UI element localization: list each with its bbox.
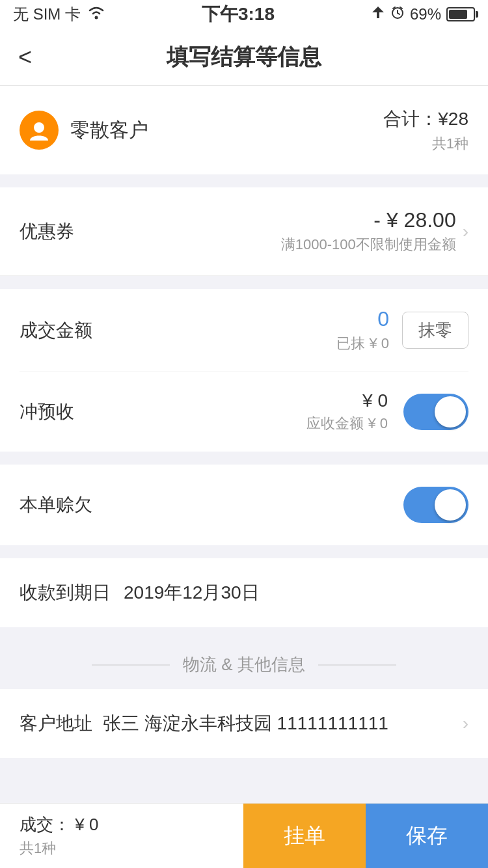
- credit-section: 本单赊欠: [0, 465, 488, 545]
- prepaid-row: 冲预收 ¥ 0 应收金额 ¥ 0: [20, 372, 468, 452]
- save-button-label: 保存: [406, 822, 448, 850]
- customer-row: 零散客户 合计：¥28 共1种: [0, 86, 488, 174]
- coupon-row[interactable]: 优惠券 - ¥ 28.00 满1000-100不限制使用金额 ›: [0, 187, 488, 276]
- carrier-text: 无 SIM 卡: [13, 4, 81, 25]
- prepaid-toggle[interactable]: [403, 394, 468, 430]
- coupon-right-col: - ¥ 28.00 满1000-100不限制使用金额: [281, 208, 456, 254]
- due-date-section: 收款到期日 2019年12月30日: [0, 558, 488, 627]
- prepaid-amount: ¥ 0: [306, 390, 388, 411]
- prepaid-sub: 应收金额 ¥ 0: [306, 414, 388, 433]
- back-button[interactable]: <: [18, 44, 32, 71]
- battery-icon: [446, 7, 475, 21]
- status-left: 无 SIM 卡: [13, 4, 105, 25]
- coupon-card: 优惠券 - ¥ 28.00 满1000-100不限制使用金额 ›: [0, 187, 488, 276]
- logistics-title-wrapper: 物流 & 其他信息: [183, 653, 305, 676]
- prepaid-right: ¥ 0 应收金额 ¥ 0: [306, 390, 468, 433]
- status-bar: 无 SIM 卡 下午3:18 69%: [0, 0, 488, 29]
- transaction-row: 成交金额 0 已抹 ¥ 0 抹零: [20, 289, 468, 372]
- address-section: 客户地址 张三 海淀永丰科技园 11111111111 ›: [0, 689, 488, 758]
- transaction-right: 0 已抹 ¥ 0 抹零: [336, 307, 468, 353]
- transaction-label: 成交金额: [20, 318, 92, 343]
- page-title: 填写结算等信息: [167, 42, 321, 72]
- avatar: [20, 111, 59, 150]
- due-date-row: 收款到期日 2019年12月30日: [20, 558, 468, 627]
- credit-toggle[interactable]: [403, 487, 468, 523]
- transaction-value-col: 0 已抹 ¥ 0: [336, 307, 389, 353]
- customer-total: 合计：¥28: [383, 107, 468, 131]
- prepaid-label: 冲预收: [20, 400, 74, 424]
- status-time: 下午3:18: [202, 2, 275, 27]
- alarm-icon: [390, 5, 405, 23]
- logistics-divider: 物流 & 其他信息: [0, 640, 488, 689]
- transaction-value: 0: [336, 307, 389, 331]
- due-date-value: 2019年12月30日: [124, 580, 260, 605]
- svg-point-4: [34, 122, 44, 133]
- main-content: 零散客户 合计：¥28 共1种 优惠券 - ¥ 28.00 满1000-100不…: [0, 86, 488, 868]
- customer-left: 零散客户: [20, 111, 148, 150]
- bottom-info: 成交： ¥ 0 共1种: [0, 804, 243, 868]
- location-icon: [371, 5, 385, 23]
- credit-toggle-knob: [435, 489, 466, 521]
- svg-line-3: [398, 13, 400, 14]
- bottom-count-text: 共1种: [20, 839, 224, 858]
- toggle-knob: [435, 396, 466, 427]
- address-chevron-icon: ›: [463, 713, 468, 734]
- nav-bar: < 填写结算等信息: [0, 29, 488, 86]
- bottom-bar: 成交： ¥ 0 共1种 挂单 保存: [0, 803, 488, 868]
- address-value: 张三 海淀永丰科技园 11111111111: [92, 711, 463, 736]
- battery-text: 69%: [410, 5, 441, 23]
- customer-name: 零散客户: [70, 117, 148, 144]
- hold-button[interactable]: 挂单: [243, 804, 366, 868]
- due-date-label: 收款到期日: [20, 580, 111, 605]
- credit-row: 本单赊欠: [20, 465, 468, 545]
- bottom-deal-text: 成交： ¥ 0: [20, 813, 224, 836]
- chevron-right-icon: ›: [463, 221, 468, 242]
- save-button[interactable]: 保存: [366, 804, 488, 868]
- customer-right: 合计：¥28 共1种: [383, 107, 468, 154]
- address-row[interactable]: 客户地址 张三 海淀永丰科技园 11111111111 ›: [20, 689, 468, 758]
- logistics-title: 物流 & 其他信息: [183, 655, 305, 674]
- prepaid-values: ¥ 0 应收金额 ¥ 0: [306, 390, 388, 433]
- divider-right: [318, 664, 396, 665]
- status-right: 69%: [371, 5, 475, 23]
- hold-button-label: 挂单: [284, 822, 325, 850]
- coupon-description: 满1000-100不限制使用金额: [281, 235, 456, 254]
- round-button[interactable]: 抹零: [402, 312, 468, 349]
- coupon-right: - ¥ 28.00 满1000-100不限制使用金额 ›: [281, 208, 468, 254]
- transaction-section: 成交金额 0 已抹 ¥ 0 抹零 冲预收 ¥ 0 应收金额 ¥ 0: [0, 289, 488, 452]
- customer-count: 共1种: [383, 134, 468, 154]
- divider-left: [92, 664, 170, 665]
- address-label: 客户地址: [20, 711, 92, 736]
- coupon-discount: - ¥ 28.00: [281, 208, 456, 232]
- wifi-icon: [87, 5, 105, 23]
- credit-label: 本单赊欠: [20, 493, 92, 517]
- transaction-sub: 已抹 ¥ 0: [336, 334, 389, 353]
- svg-point-0: [95, 16, 98, 20]
- coupon-label: 优惠券: [20, 219, 74, 244]
